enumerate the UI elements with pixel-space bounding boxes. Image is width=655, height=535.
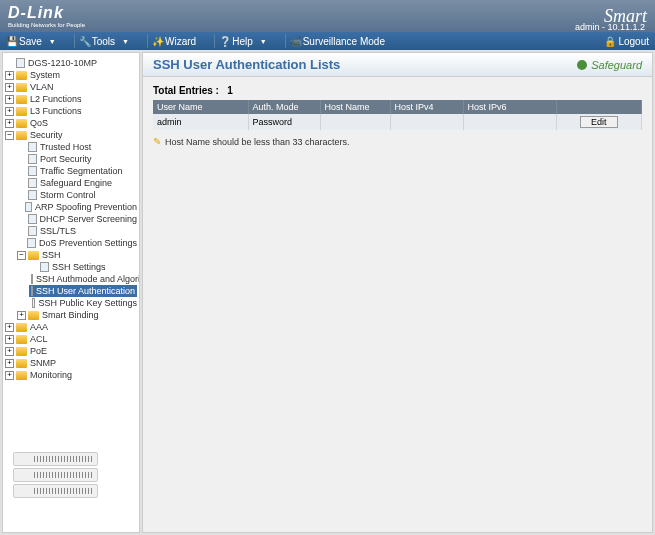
page-icon (28, 214, 37, 224)
table-row: admin Password Edit (153, 114, 642, 130)
panel-header: SSH User Authentication Lists Safeguard (143, 53, 652, 77)
help-menu[interactable]: ❔ Help ▼ (219, 36, 267, 47)
tree-l2[interactable]: +L2 Functions (5, 93, 137, 105)
tree-trusted-host[interactable]: Trusted Host (17, 141, 137, 153)
brand-name: D-Link (8, 4, 85, 22)
tools-label: Tools (92, 36, 115, 47)
page-icon (31, 286, 33, 296)
tree-ssh[interactable]: −SSH (17, 249, 137, 261)
tree-ssh-pubkey[interactable]: SSH Public Key Settings (29, 297, 137, 309)
total-value: 1 (227, 85, 233, 96)
page-icon (40, 262, 49, 272)
safeguard-label: Safeguard (591, 59, 642, 71)
table-header-row: User Name Auth. Mode Host Name Host IPv4… (153, 100, 642, 114)
col-username: User Name (153, 100, 248, 114)
col-authmode: Auth. Mode (248, 100, 320, 114)
folder-icon (16, 323, 27, 332)
col-hostipv6: Host IPv6 (463, 100, 556, 114)
tree-safeguard-engine[interactable]: Safeguard Engine (17, 177, 137, 189)
tree-ssh-authmode[interactable]: SSH Authmode and Algorithm Settings (29, 273, 137, 285)
page-icon (28, 190, 37, 200)
chevron-down-icon: ▼ (49, 38, 56, 45)
help-label: Help (232, 36, 253, 47)
cell-auth: Password (248, 114, 320, 130)
hint-text: ✎ Host Name should be less than 33 chara… (153, 136, 642, 147)
tools-icon: 🔧 (79, 36, 89, 46)
brand-tagline: Building Networks for People (8, 22, 85, 28)
tree-vlan[interactable]: +VLAN (5, 81, 137, 93)
expand-icon[interactable]: + (5, 323, 14, 332)
tree-snmp[interactable]: +SNMP (5, 357, 137, 369)
tree-ssh-settings[interactable]: SSH Settings (29, 261, 137, 273)
shield-icon (577, 60, 587, 70)
page-icon (28, 178, 37, 188)
logout-icon: 🔒 (604, 36, 614, 46)
tree-storm-control[interactable]: Storm Control (17, 189, 137, 201)
tree-qos[interactable]: +QoS (5, 117, 137, 129)
divider (147, 34, 148, 48)
divider (214, 34, 215, 48)
tools-menu[interactable]: 🔧 Tools ▼ (79, 36, 129, 47)
tree-l3[interactable]: +L3 Functions (5, 105, 137, 117)
tree-security[interactable]: −Security (5, 129, 137, 141)
tree-traffic-seg[interactable]: Traffic Segmentation (17, 165, 137, 177)
nav-tree: DGS-1210-10MP +System +VLAN +L2 Function… (5, 57, 137, 381)
tree-poe[interactable]: +PoE (5, 345, 137, 357)
save-icon: 💾 (6, 36, 16, 46)
safeguard-badge: Safeguard (577, 59, 642, 71)
expand-icon[interactable]: + (5, 335, 14, 344)
folder-icon (16, 95, 27, 104)
expand-icon[interactable]: + (5, 107, 14, 116)
surveillance-button[interactable]: 📹 Surveillance Mode (290, 36, 385, 47)
cell-ipv6 (463, 114, 556, 130)
main-layout: DGS-1210-10MP +System +VLAN +L2 Function… (0, 50, 655, 535)
toolbar: 💾 Save ▼ 🔧 Tools ▼ ✨ Wizard ❔ Help ▼ 📹 S… (0, 32, 655, 50)
expand-icon[interactable]: + (5, 71, 14, 80)
switch-illustration (13, 452, 113, 502)
tree-arp-spoof[interactable]: ARP Spoofing Prevention (17, 201, 137, 213)
expand-icon[interactable]: + (5, 359, 14, 368)
folder-icon (16, 347, 27, 356)
tree-root[interactable]: DGS-1210-10MP (5, 57, 137, 69)
tree-acl[interactable]: +ACL (5, 333, 137, 345)
expand-icon[interactable]: + (5, 119, 14, 128)
save-menu[interactable]: 💾 Save ▼ (6, 36, 56, 47)
total-entries: Total Entries : 1 (153, 85, 642, 96)
tree-dhcp-screen[interactable]: DHCP Server Screening (17, 213, 137, 225)
folder-icon (16, 83, 27, 92)
chevron-down-icon: ▼ (122, 38, 129, 45)
expand-icon[interactable]: + (5, 83, 14, 92)
logout-button[interactable]: 🔒 Logout (604, 36, 649, 47)
tree-system[interactable]: +System (5, 69, 137, 81)
tree-ssl-tls[interactable]: SSL/TLS (17, 225, 137, 237)
col-hostipv4: Host IPv4 (390, 100, 463, 114)
expand-icon[interactable]: + (5, 371, 14, 380)
help-icon: ❔ (219, 36, 229, 46)
folder-icon (28, 311, 39, 320)
page-icon (28, 226, 37, 236)
admin-info: admin - 10.11.1.2 (575, 22, 645, 32)
wizard-button[interactable]: ✨ Wizard (152, 36, 196, 47)
tree-port-security[interactable]: Port Security (17, 153, 137, 165)
wizard-label: Wizard (165, 36, 196, 47)
tree-ssh-userlist[interactable]: SSH User Authentication Lists (29, 285, 137, 297)
collapse-icon[interactable]: − (5, 131, 14, 140)
page-icon (27, 238, 36, 248)
divider (285, 34, 286, 48)
folder-icon (28, 251, 39, 260)
expand-icon[interactable]: + (5, 347, 14, 356)
tree-dos-prevention[interactable]: DoS Prevention Settings (17, 237, 137, 249)
folder-icon (16, 131, 27, 140)
cell-action: Edit (556, 114, 642, 130)
expand-icon[interactable]: + (17, 311, 26, 320)
expand-icon[interactable]: + (5, 95, 14, 104)
tree-aaa[interactable]: +AAA (5, 321, 137, 333)
edit-button[interactable]: Edit (580, 116, 618, 128)
panel-title: SSH User Authentication Lists (153, 57, 340, 72)
collapse-icon[interactable]: − (17, 251, 26, 260)
tree-monitoring[interactable]: +Monitoring (5, 369, 137, 381)
tree-smart-binding[interactable]: +Smart Binding (17, 309, 137, 321)
cell-user: admin (153, 114, 248, 130)
hint-message: Host Name should be less than 33 charact… (165, 137, 350, 147)
panel-body: Total Entries : 1 User Name Auth. Mode H… (143, 77, 652, 532)
